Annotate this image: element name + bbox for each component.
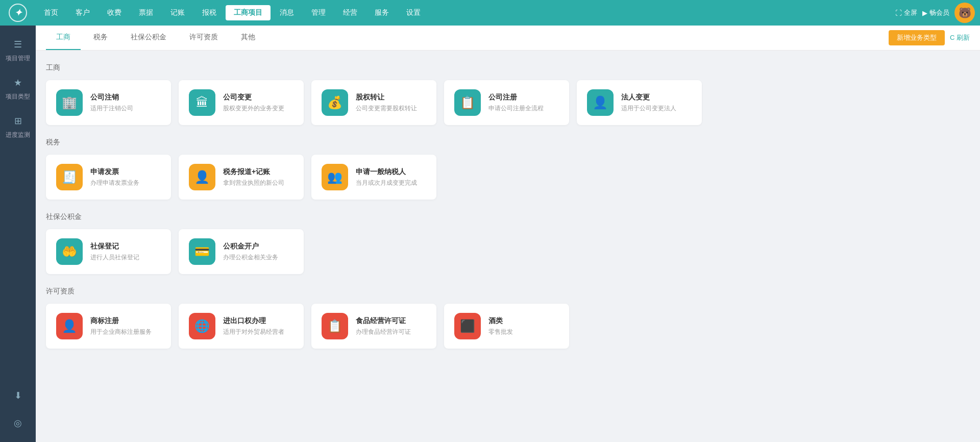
card-text: 公积金开户办理公积金相关业务 [223,242,278,262]
card-title: 申请发票 [90,167,139,177]
sidebar-item-label: 项目类型 [6,92,30,101]
sidebar-item-项目管理[interactable]: ☰项目管理 [3,31,33,69]
card-title: 法人变更 [621,93,676,102]
vip-label: 畅会员 [929,8,949,17]
card-icon: ⬛ [454,313,481,339]
tab-税务[interactable]: 税务 [83,26,118,50]
card-icon: 💳 [189,238,215,265]
nav-menu: 首页客户收费票据记账报税工商项目消息管理经营服务设置 [36,5,895,20]
card-icon: 💰 [322,89,348,116]
card-text: 公司变更股权变更外的业务变更 [223,93,284,113]
nav-item-服务[interactable]: 服务 [366,5,397,20]
tab-actions: 新增业务类型 C 刷新 [889,30,970,45]
card-title: 公积金开户 [223,242,278,251]
top-navigation: ✦ 首页客户收费票据记账报税工商项目消息管理经营服务设置 ⛶ 全屏 ▶ 畅会员 … [0,0,980,26]
nav-item-工商项目[interactable]: 工商项目 [226,5,271,20]
card-title: 公司变更 [223,93,284,102]
card-title: 公司注销 [90,93,133,102]
card-desc: 办理食品经营许可证 [356,328,411,336]
nav-item-报税[interactable]: 报税 [194,5,225,20]
service-card-股权转让[interactable]: 💰股权转让公司变更需要股权转让 [311,80,436,125]
tab-工商[interactable]: 工商 [46,26,81,50]
card-title: 进出口权办理 [223,316,284,326]
service-card-税务报道+记账[interactable]: 👤税务报道+记账拿到营业执照的新公司 [179,155,304,200]
sidebar-item-进度监测[interactable]: ⊞进度监测 [3,107,33,145]
card-title: 商标注册 [90,316,152,326]
card-grid-税务: 🧾申请发票办理申请发票业务👤税务报道+记账拿到营业执照的新公司👥申请一般纳税人当… [46,155,970,200]
card-text: 申请发票办理申请发票业务 [90,167,139,187]
sidebar-bottom-item[interactable]: ◎ [0,409,36,437]
nav-item-经营[interactable]: 经营 [335,5,365,20]
card-desc: 零售批发 [488,328,513,336]
content-area: 工商🏢公司注销适用于注销公司🏛公司变更股权变更外的业务变更💰股权转让公司变更需要… [36,51,980,364]
tab-其他[interactable]: 其他 [231,26,265,50]
card-text: 商标注册用于企业商标注册服务 [90,316,152,336]
fullscreen-icon: ⛶ [895,9,902,17]
service-card-公司注销[interactable]: 🏢公司注销适用于注销公司 [46,80,171,125]
service-card-申请发票[interactable]: 🧾申请发票办理申请发票业务 [46,155,171,200]
card-icon: 👥 [322,164,348,190]
fullscreen-label: 全屏 [904,8,917,17]
card-text: 公司注销适用于注销公司 [90,93,133,113]
card-grid-社保公积金: 🤲社保登记进行人员社保登记💳公积金开户办理公积金相关业务 [46,229,970,274]
refresh-button[interactable]: C 刷新 [950,33,970,42]
section-title-许可资质: 许可资质 [46,287,970,296]
card-icon: 🤲 [56,238,83,265]
fullscreen-button[interactable]: ⛶ 全屏 [895,8,917,17]
card-icon: 📋 [322,313,348,339]
nav-item-设置[interactable]: 设置 [398,5,429,20]
sidebar-bottom: ⬇◎ [0,382,36,442]
service-card-法人变更[interactable]: 👤法人变更适用于公司变更法人 [577,80,702,125]
card-text: 酒类零售批发 [488,316,513,336]
card-text: 税务报道+记账拿到营业执照的新公司 [223,167,284,187]
nav-item-收费[interactable]: 收费 [99,5,130,20]
nav-item-票据[interactable]: 票据 [131,5,161,20]
service-card-酒类[interactable]: ⬛酒类零售批发 [444,304,569,349]
service-card-公积金开户[interactable]: 💳公积金开户办理公积金相关业务 [179,229,304,274]
vip-icon: ▶ [922,9,927,17]
service-card-社保登记[interactable]: 🤲社保登记进行人员社保登记 [46,229,171,274]
nav-item-管理[interactable]: 管理 [303,5,334,20]
sidebar-bottom-item[interactable]: ⬇ [0,382,36,409]
mascot-avatar: 🐻 [954,3,975,23]
card-icon: 🌐 [189,313,215,339]
card-icon: 🏛 [189,89,215,116]
section-title-社保公积金: 社保公积金 [46,212,970,222]
tab-bar: 工商税务社保公积金许可资质其他 新增业务类型 C 刷新 [36,26,980,51]
card-text: 社保登记进行人员社保登记 [90,242,139,262]
card-desc: 公司变更需要股权转让 [356,104,417,113]
sidebar-bottom-icon: ⬇ [10,388,26,403]
card-desc: 适用于对外贸易经营者 [223,328,284,336]
tab-社保公积金[interactable]: 社保公积金 [120,26,177,50]
section-title-工商: 工商 [46,63,970,72]
service-card-公司变更[interactable]: 🏛公司变更股权变更外的业务变更 [179,80,304,125]
service-card-公司注册[interactable]: 📋公司注册申请公司注册全流程 [444,80,569,125]
tab-许可资质[interactable]: 许可资质 [179,26,228,50]
nav-item-消息[interactable]: 消息 [272,5,302,20]
card-title: 社保登记 [90,242,139,251]
main-content: 工商税务社保公积金许可资质其他 新增业务类型 C 刷新 工商🏢公司注销适用于注销… [36,26,980,442]
card-desc: 适用于公司变更法人 [621,104,676,113]
card-desc: 股权变更外的业务变更 [223,104,284,113]
service-card-进出口权办理[interactable]: 🌐进出口权办理适用于对外贸易经营者 [179,304,304,349]
card-text: 申请一般纳税人当月或次月成变更完成 [356,167,417,187]
service-card-申请一般纳税人[interactable]: 👥申请一般纳税人当月或次月成变更完成 [311,155,436,200]
card-desc: 适用于注销公司 [90,104,133,113]
card-text: 进出口权办理适用于对外贸易经营者 [223,316,284,336]
left-sidebar: ☰项目管理★项目类型⊞进度监测 ⬇◎ [0,26,36,442]
sidebar-icon: ⊞ [10,113,26,129]
service-card-食品经营许可证[interactable]: 📋食品经营许可证办理食品经营许可证 [311,304,436,349]
nav-item-记账[interactable]: 记账 [162,5,193,20]
vip-button[interactable]: ▶ 畅会员 [922,8,949,17]
sidebar-icon: ☰ [10,37,26,52]
sidebar-item-项目类型[interactable]: ★项目类型 [3,69,33,107]
nav-item-客户[interactable]: 客户 [67,5,98,20]
add-business-type-button[interactable]: 新增业务类型 [889,30,945,45]
card-icon: 📋 [454,89,481,116]
nav-item-首页[interactable]: 首页 [36,5,66,20]
card-icon: 🧾 [56,164,83,190]
sidebar-item-label: 项目管理 [6,54,30,63]
service-card-商标注册[interactable]: 👤商标注册用于企业商标注册服务 [46,304,171,349]
card-desc: 进行人员社保登记 [90,253,139,262]
card-desc: 申请公司注册全流程 [488,104,544,113]
